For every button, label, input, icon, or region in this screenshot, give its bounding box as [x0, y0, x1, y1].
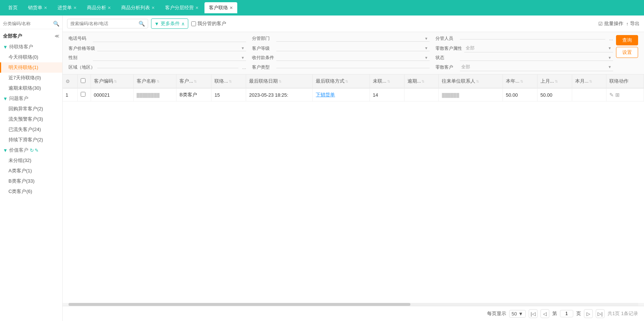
th-year-amount[interactable]: 本年... ⇅ — [503, 75, 537, 88]
cell-unit-contact: ██████ — [439, 88, 503, 101]
sidebar-item-class-c[interactable]: C类客户(6) — [0, 186, 62, 197]
more-action-icon[interactable]: ⊞ — [615, 92, 620, 98]
nav-product-analysis-list[interactable]: 商品分析列表 ✕ — [117, 2, 159, 13]
nav-customer-contact[interactable]: 客户联络 ✕ — [204, 2, 237, 13]
sidebar-item-class-a[interactable]: A类客户(1) — [0, 166, 62, 176]
page-number-input[interactable] — [560, 310, 573, 317]
sidebar-item-declining-customers[interactable]: 持续下滑客户(2) — [0, 135, 62, 145]
page-size-select[interactable]: 50 ▼ — [509, 310, 526, 318]
th-this-month[interactable]: 本月... ⇅ — [572, 75, 606, 88]
close-product-analysis-icon[interactable]: ✕ — [108, 6, 111, 10]
sidebar-item-tomorrow-contact[interactable]: 明天待联络(1) — [0, 62, 62, 73]
nav-purchase-order[interactable]: 进货单 ✕ — [53, 2, 81, 13]
table-area: ⚙ 客户编码 ⇅ 客户名称 — [63, 75, 644, 303]
dept-select[interactable]: ▼ — [276, 36, 430, 42]
arrow-down-icon-2: ▼ — [3, 96, 8, 101]
nav-sales-order[interactable]: 销货单 ✕ — [24, 2, 52, 13]
area-more-icon[interactable]: ... — [242, 65, 246, 70]
bulk-operation-button[interactable]: ☑ 批量操作 — [598, 20, 623, 27]
filter-retail: 零散客户 全部 ▼ — [435, 63, 613, 71]
sidebar-search-input[interactable] — [3, 21, 53, 26]
th-customer-code[interactable]: 客户编码 ⇅ — [91, 75, 133, 88]
export-button[interactable]: ↑ 导出 — [626, 20, 640, 27]
th-checkbox — [77, 75, 91, 88]
sidebar-item-class-b[interactable]: B类客户(33) — [0, 176, 62, 186]
reset-button[interactable]: 设置 — [616, 47, 638, 58]
sort-icon-11: ⇅ — [555, 79, 558, 83]
customer-type-select[interactable] — [276, 66, 430, 68]
sidebar-item-churn-warning[interactable]: 流失预警客户(3) — [0, 114, 62, 124]
th-last-month[interactable]: 上月... ⇅ — [537, 75, 572, 88]
th-unit-contact[interactable]: 往来单位联系人 ⇅ — [439, 75, 503, 88]
payment-select[interactable]: ▼ — [276, 55, 430, 61]
th-customer-name[interactable]: 客户名称 ⇅ — [133, 75, 176, 88]
edit-action-icon[interactable]: ✎ — [609, 92, 614, 98]
last-page-button[interactable]: ▷| — [596, 309, 605, 318]
retail-select[interactable]: 全部 ▼ — [460, 63, 613, 71]
my-customers-checkbox-label[interactable]: 我分管的客户 — [191, 20, 226, 27]
sidebar-search-icon[interactable]: 🔍 — [53, 21, 59, 27]
close-purchase-order-icon[interactable]: ✕ — [73, 6, 77, 10]
status-dropdown-icon: ▼ — [608, 56, 612, 60]
customer-level-dropdown-icon: ▼ — [424, 46, 428, 50]
all-customers-title[interactable]: 全部客户 ≪ — [0, 31, 62, 42]
search-input[interactable] — [70, 21, 139, 26]
edit-icon[interactable]: ✎ — [35, 148, 39, 153]
nav-product-analysis[interactable]: 商品分析 ✕ — [83, 2, 115, 13]
close-product-list-icon[interactable]: ✕ — [151, 6, 155, 10]
problem-customers-group[interactable]: ▼ 问题客户 — [0, 93, 62, 104]
more-filter-button[interactable]: ▼ 更多条件 ∧ — [151, 18, 188, 29]
select-all-checkbox[interactable] — [81, 78, 85, 83]
my-customers-checkbox[interactable] — [191, 21, 196, 26]
value-customers-group[interactable]: ▼ 价值客户 ↻ ✎ — [0, 145, 62, 155]
collapse-icon[interactable]: ≪ — [55, 34, 59, 39]
th-uncontacted[interactable]: 未联... ⇅ — [370, 75, 404, 88]
th-overdue[interactable]: 逾期... ⇅ — [404, 75, 439, 88]
phone-input[interactable] — [93, 35, 246, 42]
sort-icon-9: ⇅ — [476, 79, 479, 83]
manager-more-icon[interactable]: ... — [609, 36, 613, 41]
th-contact-count[interactable]: 联络... ⇅ — [211, 75, 246, 88]
refresh-icon[interactable]: ↻ — [30, 148, 34, 153]
th-last-contact-date[interactable]: 最后联络日期 ⇅ — [246, 75, 313, 88]
close-sales-order-icon[interactable]: ✕ — [44, 6, 47, 10]
th-customer-type[interactable]: 客户... ⇅ — [176, 75, 211, 88]
horizontal-scrollbar[interactable] — [69, 303, 638, 306]
status-select[interactable]: ▼ — [460, 55, 613, 61]
prev-page-button[interactable]: ◁ — [540, 309, 549, 318]
manager-select[interactable] — [460, 38, 605, 39]
sidebar-item-overdue-contact[interactable]: 逾期未联络(30) — [0, 83, 62, 93]
close-customer-contact-icon[interactable]: ✕ — [230, 6, 233, 10]
nav-customer-segment[interactable]: 客户分层经营 ✕ — [161, 2, 203, 13]
customer-level-select[interactable]: ▼ — [276, 45, 430, 51]
settings-icon[interactable]: ⚙ — [66, 79, 70, 84]
sidebar-item-repurchase-abnormal[interactable]: 回购异常客户(2) — [0, 104, 62, 114]
th-last-contact-method[interactable]: 最后联络方式 ⇅ — [313, 75, 370, 88]
contact-method-link[interactable]: 下销货单 — [316, 92, 335, 97]
retail-attr-select[interactable]: 全部 ▼ — [464, 44, 613, 52]
query-button[interactable]: 查询 — [616, 35, 638, 45]
search-icon[interactable]: 🔍 — [139, 21, 145, 27]
cell-year-amount: 50.00 — [503, 88, 537, 101]
price-level-select[interactable]: ▼ — [97, 45, 246, 51]
customer-table: ⚙ 客户编码 ⇅ 客户名称 — [63, 75, 644, 101]
search-box: 🔍 — [67, 19, 148, 28]
sort-icon-12: ⇅ — [589, 79, 592, 83]
dept-dropdown-icon: ▼ — [424, 37, 428, 41]
sidebar-item-unclassified[interactable]: 未分组(32) — [0, 155, 62, 166]
area-select[interactable] — [97, 66, 238, 68]
sort-icon-7: ⇅ — [387, 79, 390, 83]
content-area: 🔍 ▼ 更多条件 ∧ 我分管的客户 ☑ 批量操作 ↑ 导出 — [63, 15, 644, 321]
nav-home[interactable]: 首页 — [4, 2, 22, 13]
row-checkbox[interactable] — [81, 92, 85, 97]
sidebar-item-7days-contact[interactable]: 近7天待联络(0) — [0, 73, 62, 83]
gender-select[interactable]: ▼ — [93, 55, 246, 61]
cell-last-contact-method: 下销货单 — [313, 88, 370, 101]
first-page-button[interactable]: |◁ — [529, 309, 538, 318]
next-page-button[interactable]: ▷ — [584, 309, 593, 318]
sidebar-item-lost-customers[interactable]: 已流失客户(24) — [0, 124, 62, 135]
pending-customers-group[interactable]: ▼ 待联络客户 — [0, 42, 62, 52]
sidebar-item-today-contact[interactable]: 今天待联络(0) — [0, 52, 62, 62]
close-customer-segment-icon[interactable]: ✕ — [195, 6, 199, 10]
scroll-thumb[interactable] — [69, 303, 410, 306]
